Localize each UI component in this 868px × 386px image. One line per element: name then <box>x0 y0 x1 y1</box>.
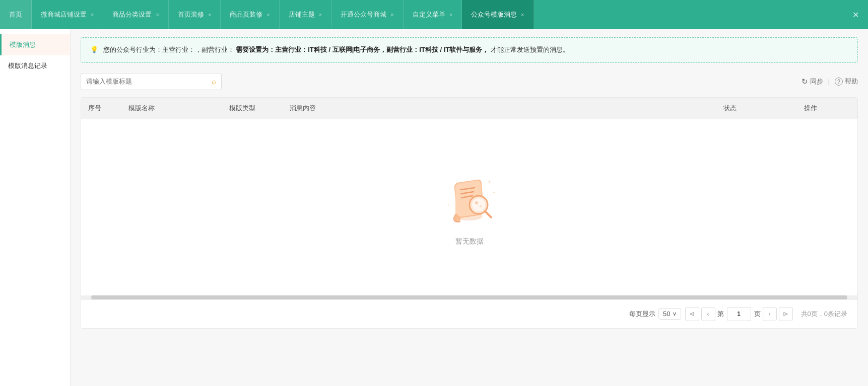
data-table: 序号 模版名称 模版类型 消息内容 状态 操作 <box>81 97 858 329</box>
page-size-select-box[interactable]: 50 ∨ <box>658 308 681 320</box>
close-tab-product-decor[interactable]: × <box>266 12 270 18</box>
col-status: 状态 <box>716 98 797 119</box>
prev-page-icon: ‹ <box>707 310 709 318</box>
col-type: 模版类型 <box>222 98 283 119</box>
chevron-down-icon: ∨ <box>673 311 677 317</box>
first-page-button[interactable]: ⊲ <box>685 307 699 321</box>
tab-category[interactable]: 商品分类设置 × <box>103 0 168 29</box>
page-size-selector: 每页显示 50 ∨ <box>629 308 681 320</box>
help-label: 帮助 <box>845 77 858 86</box>
search-bar: ⌕ ↻ 同步 | ? 帮助 <box>81 73 858 90</box>
pagination: 每页显示 50 ∨ ⊲ ‹ 第 页 <box>81 299 857 328</box>
main-layout: 模版消息 模版消息记录 💡 您的公众号行业为：主营行业：，副营行业： 需要设置为… <box>0 29 868 386</box>
tab-homepage-decor[interactable]: 首页装修 × <box>169 0 221 29</box>
tab-template-msg[interactable]: 公众号模版消息 × <box>462 0 533 29</box>
first-page-icon: ⊲ <box>689 310 695 318</box>
table-body: ✦ ✦ ✦ 暂无数据 <box>81 119 857 295</box>
sidebar-item-template-message[interactable]: 模版消息 <box>0 34 70 55</box>
svg-line-6 <box>485 211 491 217</box>
help-icon: ? <box>835 78 843 86</box>
close-tab-homepage-decor[interactable]: × <box>208 12 211 18</box>
bulb-icon: 💡 <box>90 46 98 53</box>
sync-label: 同步 <box>810 77 823 86</box>
close-tab-weshop[interactable]: × <box>91 12 94 18</box>
table-header: 序号 模版名称 模版类型 消息内容 状态 操作 <box>81 98 857 119</box>
empty-state-text: 暂无数据 <box>455 237 484 246</box>
empty-svg-illustration: ✦ ✦ ✦ <box>439 169 500 229</box>
col-name: 模版名称 <box>121 98 222 119</box>
top-navigation: 首页 微商城店铺设置 × 商品分类设置 × 首页装修 × 商品页装修 × 店铺主… <box>0 0 868 29</box>
svg-point-8 <box>480 205 482 207</box>
tab-home[interactable]: 首页 <box>0 0 32 29</box>
close-all-tabs-button[interactable]: ✕ <box>843 10 868 20</box>
svg-text:✦: ✦ <box>447 203 450 207</box>
close-tab-category[interactable]: × <box>156 12 159 18</box>
page-number-input[interactable] <box>727 307 751 321</box>
tab-open-mall-label: 开通公众号商城 <box>341 10 386 19</box>
search-input[interactable] <box>86 78 212 85</box>
search-input-wrapper[interactable]: ⌕ <box>81 73 222 90</box>
content-area: 💡 您的公众号行业为：主营行业：，副营行业： 需要设置为：主营行业：IT科技 /… <box>71 29 868 386</box>
last-page-icon: ⊳ <box>783 310 788 318</box>
table-scrollbar-thumb[interactable] <box>91 295 847 299</box>
help-button[interactable]: ? 帮助 <box>835 77 858 86</box>
close-tab-custom-menu[interactable]: × <box>449 12 452 18</box>
sidebar-item-template-message-record[interactable]: 模版消息记录 <box>0 55 70 76</box>
notice-text-suffix: 才能正常发送预置的消息。 <box>491 46 569 53</box>
page-size-label: 每页显示 <box>629 310 655 319</box>
page-size-value: 50 <box>663 310 670 318</box>
page-input-wrapper: 第 页 <box>717 307 761 321</box>
svg-text:✦: ✦ <box>492 190 496 195</box>
page-label-after: 页 <box>754 310 761 319</box>
page-navigation: ⊲ ‹ 第 页 › ⊳ <box>685 307 793 321</box>
sidebar-item-template-message-record-label: 模版消息记录 <box>8 62 47 69</box>
tab-open-mall[interactable]: 开通公众号商城 × <box>331 0 403 29</box>
tab-product-decor-label: 商品页装修 <box>230 10 262 19</box>
tab-template-msg-label: 公众号模版消息 <box>471 10 517 19</box>
last-page-button[interactable]: ⊳ <box>779 307 793 321</box>
search-actions: ↻ 同步 | ? 帮助 <box>802 77 858 86</box>
sync-button[interactable]: ↻ 同步 <box>802 77 823 86</box>
sidebar-item-template-message-label: 模版消息 <box>10 41 36 48</box>
close-tab-open-mall[interactable]: × <box>390 12 393 18</box>
tab-weshop[interactable]: 微商城店铺设置 × <box>32 0 103 29</box>
tab-custom-menu-label: 自定义菜单 <box>413 10 445 19</box>
divider: | <box>828 78 830 85</box>
close-tab-shop-theme[interactable]: × <box>319 12 322 18</box>
sidebar: 模版消息 模版消息记录 <box>0 29 71 386</box>
tab-product-decor[interactable]: 商品页装修 × <box>221 0 279 29</box>
col-content: 消息内容 <box>283 98 716 119</box>
svg-point-7 <box>475 201 478 204</box>
notice-banner: 💡 您的公众号行业为：主营行业：，副营行业： 需要设置为：主营行业：IT科技 /… <box>81 37 858 63</box>
close-tab-template-msg[interactable]: × <box>521 12 524 18</box>
notice-text-prefix: 您的公众号行业为：主营行业：，副营行业： <box>103 46 234 53</box>
tab-shop-theme-label: 店铺主题 <box>289 10 315 19</box>
tab-home-label: 首页 <box>9 10 22 19</box>
empty-illustration: ✦ ✦ ✦ <box>439 169 500 229</box>
col-index: 序号 <box>81 98 121 119</box>
sync-icon: ↻ <box>802 77 808 86</box>
table-scrollbar[interactable] <box>81 295 857 299</box>
svg-text:✦: ✦ <box>487 179 491 185</box>
total-info: 共0页，0条记录 <box>801 310 847 319</box>
search-icon[interactable]: ⌕ <box>212 77 216 86</box>
next-page-button[interactable]: › <box>763 307 777 321</box>
tab-category-label: 商品分类设置 <box>112 10 152 19</box>
prev-page-button[interactable]: ‹ <box>701 307 715 321</box>
tab-shop-theme[interactable]: 店铺主题 × <box>280 0 331 29</box>
page-label-before: 第 <box>717 310 724 319</box>
tab-weshop-label: 微商城店铺设置 <box>41 10 87 19</box>
notice-text-highlight: 需要设置为：主营行业：IT科技 / 互联网|电子商务，副营行业：IT科技 / I… <box>236 46 489 53</box>
next-page-icon: › <box>768 310 770 318</box>
col-action: 操作 <box>797 98 857 119</box>
tab-homepage-decor-label: 首页装修 <box>178 10 204 19</box>
tab-custom-menu[interactable]: 自定义菜单 × <box>404 0 462 29</box>
svg-point-5 <box>472 198 485 211</box>
